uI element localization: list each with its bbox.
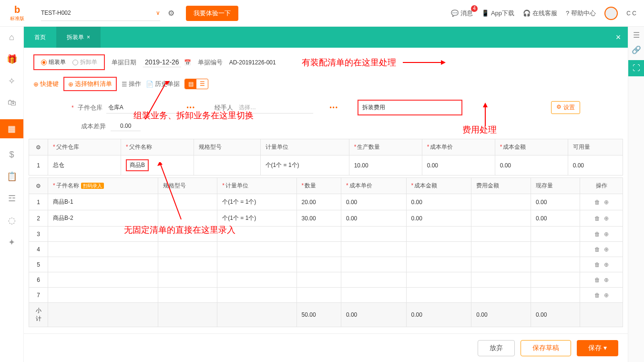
save-draft-button[interactable]: 保存草稿 [521, 340, 571, 356]
fee-field[interactable]: 拆装费用 [358, 100, 462, 115]
help-icon: ? [566, 10, 569, 17]
disassemble-radio[interactable]: 拆卸单 [72, 58, 97, 66]
app-download-link[interactable]: 📱App下载 [481, 9, 514, 18]
table-row[interactable]: 2商品B-2个(1个 = 1个)30.000.000.000.00🗑⊕ [29, 210, 623, 227]
tab-bar: 首页 拆装单× × [24, 27, 628, 48]
headset-icon: 🎧 [523, 10, 531, 17]
bag-icon[interactable]: 🛍 [8, 98, 16, 108]
child-table: ⚙ *子件名称扫码录入 规格型号 *计量单位 *数量 *成本单价 *成本金额 费… [29, 177, 623, 327]
table-row[interactable]: 7🗑⊕ [29, 288, 623, 303]
star-icon[interactable]: ✧ [8, 76, 15, 86]
add-icon[interactable]: ⊕ [604, 231, 609, 238]
select-material-button[interactable]: ⊕ 选择物料清单 [63, 77, 117, 91]
add-icon[interactable]: ⊕ [604, 261, 609, 268]
chevron-down-icon: ∨ [156, 10, 160, 16]
assemble-radio[interactable]: 组装单 [41, 58, 66, 66]
add-icon[interactable]: ⊕ [604, 215, 609, 222]
bill-number: AD-20191226-001 [229, 59, 276, 66]
add-icon[interactable]: ⊕ [604, 199, 609, 206]
home-icon[interactable]: ⌂ [9, 32, 14, 42]
add-icon[interactable]: ⊕ [604, 246, 609, 253]
tab-home[interactable]: 首页 [24, 27, 56, 48]
table-row[interactable]: 1 总仓 商品B 个(1个 = 1个) 10.00 0.00 0.00 0.00 [29, 155, 623, 176]
table-row[interactable]: 1商品B-1个(1个 = 1个)20.000.000.000.00🗑⊕ [29, 194, 623, 210]
calendar-icon[interactable]: 📅 [184, 59, 191, 66]
settings-icon[interactable]: ◌ [8, 215, 16, 226]
expand-icon[interactable]: ⛶ [628, 60, 644, 76]
delete-icon[interactable]: 🗑 [594, 199, 600, 206]
customer-service-link[interactable]: 🎧在线客服 [523, 9, 557, 18]
bill-type-radio-group: 组装单 拆卸单 [33, 54, 105, 70]
new-icon[interactable]: ✦ [8, 237, 15, 248]
add-icon[interactable]: ⊕ [604, 292, 609, 299]
footer-bar: 放弃 保存草稿 保存 ▾ [24, 333, 628, 362]
left-nav: ⌂ 🎁 ✧ 🛍 ▦ $ 📋 ☲ ◌ ✦ [0, 27, 24, 362]
cost-diff-label: 成本差异 [81, 122, 106, 131]
save-button[interactable]: 保存 ▾ [577, 340, 618, 356]
add-icon[interactable]: ⊕ [604, 277, 609, 283]
messages-link[interactable]: 💬消息 [451, 9, 473, 18]
delete-icon[interactable]: 🗑 [594, 292, 600, 299]
delete-icon[interactable]: 🗑 [594, 246, 600, 253]
view-toggle[interactable]: ▤☰ [184, 79, 208, 89]
shortcut-link[interactable]: ⊕ 快捷键 [33, 80, 59, 88]
delete-icon[interactable]: 🗑 [594, 231, 600, 238]
gift-icon[interactable]: 🎁 [7, 54, 17, 64]
tab-assembly[interactable]: 拆装单× [56, 27, 101, 48]
link-icon[interactable]: 🔗 [632, 45, 641, 54]
phone-icon: 📱 [481, 10, 489, 17]
handler-field[interactable]: 经手人选择…••• [215, 102, 338, 114]
try-button[interactable]: 我要体验一下 [186, 6, 238, 21]
username: C C [626, 10, 636, 17]
clipboard-icon[interactable]: 📋 [7, 171, 17, 182]
table-row[interactable]: 5🗑⊕ [29, 257, 623, 272]
operations-menu[interactable]: ☰ 操作 [122, 80, 141, 88]
delete-icon[interactable]: 🗑 [594, 261, 600, 268]
report-icon[interactable]: ☲ [8, 193, 16, 204]
avatar[interactable] [604, 7, 618, 20]
table-row[interactable]: 6🗑⊕ [29, 272, 623, 288]
gear-icon[interactable]: ⚙ [168, 9, 174, 18]
right-nav: ☰ 🔗 ⛶ [628, 27, 644, 362]
settings-button[interactable]: ⚙ 设置 [551, 101, 580, 114]
delete-icon[interactable]: 🗑 [594, 277, 600, 283]
svg-marker-1 [441, 60, 446, 65]
scan-tag[interactable]: 扫码录入 [81, 183, 104, 189]
discard-button[interactable]: 放弃 [478, 340, 515, 356]
logo: b标准版 [8, 4, 27, 22]
close-tab-icon[interactable]: × [87, 34, 90, 41]
chat-icon: 💬 [451, 10, 459, 17]
delete-icon[interactable]: 🗑 [594, 215, 600, 222]
table-row[interactable]: 3🗑⊕ [29, 227, 623, 242]
top-bar: b标准版 TEST-H002∨ ⚙ 我要体验一下 💬消息 📱App下载 🎧在线客… [0, 0, 644, 27]
number-label: 单据编号 [198, 58, 223, 67]
note-icon[interactable]: ☰ [633, 31, 640, 40]
date-label: 单据日期 [112, 58, 136, 67]
gear-column-icon[interactable]: ⚙ [29, 139, 48, 155]
cost-diff-value: 0.00 [111, 121, 141, 131]
gear-column-icon[interactable]: ⚙ [29, 178, 48, 194]
table-row[interactable]: 4🗑⊕ [29, 242, 623, 257]
company-dropdown[interactable]: TEST-H002∨ [41, 6, 160, 21]
parent-table: ⚙ *父件仓库 *父件名称 规格型号 计量单位 *生产数量 *成本单价 *成本金… [29, 139, 623, 176]
close-all-icon[interactable]: × [609, 27, 628, 48]
warehouse-icon[interactable]: ▦ [0, 119, 23, 138]
history-link[interactable]: 📄 历史单据 [146, 80, 180, 88]
annotation-material: 有装配清单的在这里处理 [302, 57, 396, 68]
help-link[interactable]: ?帮助中心 [566, 9, 596, 18]
date-input[interactable]: 2019-12-26 [143, 57, 181, 67]
money-icon[interactable]: $ [9, 150, 14, 160]
sub-warehouse-field[interactable]: *子件仓库仓库A••• [72, 102, 195, 114]
